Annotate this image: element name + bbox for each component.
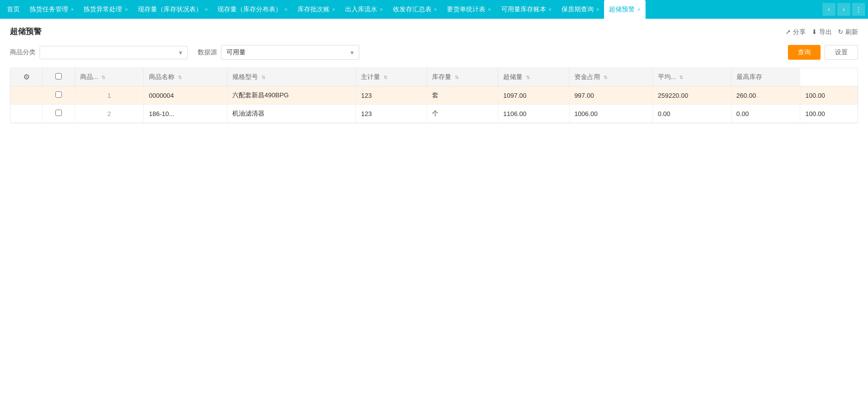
category-label: 商品分类 [10, 48, 36, 57]
nav-item-expiry[interactable]: 保质期查询 × [557, 0, 604, 19]
nav-item-stock-dist[interactable]: 现存量（库存分布表） × [213, 0, 292, 19]
row-spec: 123 [356, 105, 427, 123]
row-stock: 1097.00 [498, 86, 569, 105]
th-code[interactable]: 商品... ⇅ [75, 68, 144, 86]
datasource-value: 可用量 [226, 48, 246, 57]
row-name: 六配套新昌490BPG [227, 86, 356, 105]
sort-icon: ⇅ [679, 75, 683, 80]
query-button[interactable]: 查询 [788, 45, 821, 60]
nav-item-available[interactable]: 可用量库存账本 × [496, 0, 557, 19]
row-settings-cell [10, 105, 43, 123]
row-code: 186-10... [144, 105, 227, 123]
row-capital: 259220.00 [652, 86, 731, 105]
nav-item-home[interactable]: 首页 [2, 0, 25, 19]
select-all-checkbox[interactable] [55, 73, 62, 79]
row-overstock: 997.00 [569, 86, 652, 105]
th-name[interactable]: 商品名称 ⇅ [144, 68, 227, 86]
close-icon[interactable]: × [205, 6, 208, 12]
close-icon[interactable]: × [434, 6, 437, 12]
refresh-button[interactable]: ↻ 刷新 [838, 28, 858, 37]
row-unit: 个 [427, 105, 498, 123]
nav-item-flow[interactable]: 出入库流水 × [340, 0, 388, 19]
table-container: ⚙ 商品... ⇅ 商品名称 ⇅ 规格型号 ⇅ [10, 68, 858, 123]
th-max-stock: 最高库存 [731, 68, 800, 86]
main-content: 超储预警 ➚ 分享 ⬇ 导出 ↻ 刷新 商品分类 ▾ 数据源 [0, 19, 868, 395]
close-icon[interactable]: × [380, 6, 383, 12]
nav-prev-button[interactable]: ‹ [823, 3, 835, 16]
nav-arrows: ‹ › ⋮ [822, 3, 866, 16]
nav-item-order-stat[interactable]: 要货单统计表 × [442, 0, 496, 19]
sort-icon: ⇅ [261, 75, 265, 80]
nav-bar: 首页 拣货任务管理 × 拣货异常处理 × 现存量（库存状况表） × 现存量（库存… [0, 0, 868, 19]
sort-icon: ⇅ [384, 75, 388, 80]
row-settings-cell [10, 86, 43, 105]
row-checkbox-cell[interactable] [43, 86, 75, 105]
th-spec[interactable]: 规格型号 ⇅ [227, 68, 356, 86]
data-table: ⚙ 商品... ⇅ 商品名称 ⇅ 规格型号 ⇅ [10, 68, 858, 123]
nav-item-batch[interactable]: 库存批次账 × [293, 0, 340, 19]
row-index: 1 [75, 86, 144, 105]
th-stock[interactable]: 库存量 ⇅ [427, 68, 498, 86]
table-row: 2 186-10... 机油滤清器 123 个 1106.00 1006.00 … [10, 105, 858, 123]
th-unit[interactable]: 主计量 ⇅ [356, 68, 427, 86]
row-stock: 1106.00 [498, 105, 569, 123]
sort-icon: ⇅ [101, 75, 105, 80]
chevron-down-icon: ▾ [179, 49, 182, 56]
datasource-filter-group: 数据源 可用量 ▾ [198, 45, 359, 60]
sort-icon: ⇅ [526, 75, 530, 80]
page-title: 超储预警 [10, 27, 42, 37]
nav-item-summary[interactable]: 收发存汇总表 × [388, 0, 442, 19]
row-max-stock: 100.00 [800, 105, 858, 123]
row-max-stock: 100.00 [800, 86, 858, 105]
nav-item-overstock[interactable]: 超储预警 × [604, 0, 645, 19]
th-avg[interactable]: 平均... ⇅ [652, 68, 731, 86]
header-actions: ➚ 分享 ⬇ 导出 ↻ 刷新 [785, 28, 858, 37]
datasource-select[interactable]: 可用量 ▾ [221, 45, 359, 60]
row-checkbox-cell[interactable] [43, 105, 75, 123]
row-avg: 0.00 [731, 105, 800, 123]
row-overstock: 1006.00 [569, 105, 652, 123]
close-icon[interactable]: × [549, 6, 552, 12]
th-capital[interactable]: 资金占用 ⇅ [569, 68, 652, 86]
row-avg: 260.00 [731, 86, 800, 105]
category-select[interactable]: ▾ [40, 46, 188, 59]
share-icon: ➚ [785, 28, 791, 36]
sort-icon: ⇅ [604, 75, 608, 80]
nav-next-button[interactable]: › [837, 3, 850, 16]
row-name: 机油滤清器 [227, 105, 356, 123]
export-icon: ⬇ [812, 28, 817, 36]
row-spec: 123 [356, 86, 427, 105]
sort-icon: ⇅ [178, 75, 182, 80]
nav-more-button[interactable]: ⋮ [852, 3, 865, 16]
close-icon[interactable]: × [596, 6, 599, 12]
gear-icon[interactable]: ⚙ [23, 73, 30, 81]
filter-row: 商品分类 ▾ 数据源 可用量 ▾ 查询 设置 [10, 45, 858, 60]
category-filter-group: 商品分类 ▾ [10, 46, 188, 59]
row-checkbox[interactable] [55, 110, 62, 116]
table-header-row: ⚙ 商品... ⇅ 商品名称 ⇅ 规格型号 ⇅ [10, 68, 858, 86]
th-settings: ⚙ [10, 68, 43, 86]
nav-item-stock-status[interactable]: 现存量（库存状况表） × [133, 0, 213, 19]
close-icon[interactable]: × [284, 6, 287, 12]
chevron-down-icon: ▾ [350, 49, 354, 56]
share-button[interactable]: ➚ 分享 [785, 28, 806, 37]
row-unit: 套 [427, 86, 498, 105]
close-icon[interactable]: × [488, 6, 491, 12]
nav-item-exception[interactable]: 拣货异常处理 × [79, 0, 132, 19]
close-icon[interactable]: × [125, 6, 128, 12]
nav-item-task[interactable]: 拣货任务管理 × [25, 0, 79, 19]
row-index: 2 [75, 105, 144, 123]
settings-button[interactable]: 设置 [825, 45, 858, 60]
datasource-label: 数据源 [198, 48, 217, 57]
filter-actions: 查询 设置 [788, 45, 858, 60]
row-capital: 0.00 [652, 105, 731, 123]
th-overstock[interactable]: 超储量 ⇅ [498, 68, 569, 86]
close-icon[interactable]: × [332, 6, 335, 12]
export-button[interactable]: ⬇ 导出 [812, 28, 832, 37]
row-code: 0000004 [144, 86, 227, 105]
table-row: 1 0000004 六配套新昌490BPG 123 套 1097.00 997.… [10, 86, 858, 105]
close-icon[interactable]: × [71, 6, 74, 12]
row-checkbox[interactable] [55, 91, 62, 98]
th-checkbox [43, 68, 75, 86]
close-icon[interactable]: × [637, 6, 640, 12]
